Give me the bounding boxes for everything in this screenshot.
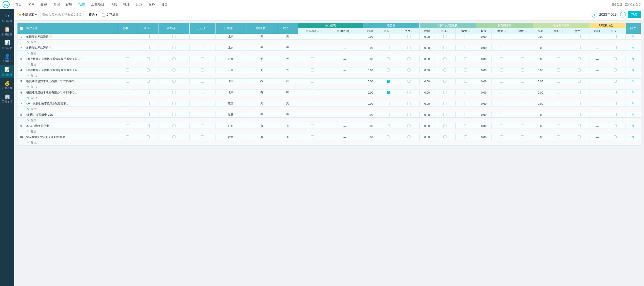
cell-difang-sb[interactable]: [548, 67, 569, 73]
cell-caibao-year[interactable]: [298, 134, 327, 140]
cell-confirm[interactable]: [159, 79, 189, 84]
search-field[interactable]: [41, 11, 84, 18]
cell-caibao-year[interactable]: [298, 45, 327, 51]
cell-chaoshui[interactable]: [117, 112, 138, 118]
cell-caibao-year[interactable]: [298, 56, 327, 62]
col-header-income[interactable]: 收入 ↑↓: [277, 23, 298, 34]
cell-confirm[interactable]: [159, 101, 189, 106]
fullscreen-btn[interactable]: 全屏: [612, 2, 622, 7]
cell-zengzhi-sb[interactable]: [378, 79, 399, 84]
col-chengshi-sb[interactable]: 申报 ↑↓: [435, 28, 455, 34]
cell-jiaoyu-sb[interactable]: [491, 34, 512, 40]
cell-zengzhi-sb[interactable]: [378, 67, 399, 73]
cell-jiaoyu-jf[interactable]: [512, 79, 533, 84]
cell-zengzhi-sb[interactable]: [378, 56, 399, 62]
cell-confirm[interactable]: [159, 45, 189, 51]
search-input[interactable]: [42, 13, 78, 16]
cell-chengshi-jf[interactable]: [455, 90, 476, 95]
cell-jiaoyu-sb[interactable]: [491, 79, 512, 84]
col-header-confirm[interactable]: 客户确认 ↑↓: [159, 23, 189, 34]
cell-zengzhi-jf[interactable]: [399, 45, 419, 51]
cell-chengshi-sb[interactable]: [435, 34, 455, 40]
cell-qingka[interactable]: [138, 34, 159, 40]
cell-chengshi-sb[interactable]: [435, 79, 455, 84]
cell-paidtax[interactable]: [189, 45, 215, 51]
cell-qingka[interactable]: [138, 90, 159, 95]
cell-chengshi-jf[interactable]: [455, 123, 476, 129]
cell-jiaoyu-jf[interactable]: [512, 123, 533, 129]
cell-caibao-year[interactable]: [298, 90, 327, 95]
cell-jiaoyu-jf[interactable]: [512, 134, 533, 140]
download-button[interactable]: 下载: [628, 11, 641, 18]
cell-chengshi-sb[interactable]: [435, 134, 455, 140]
cell-difang-jf[interactable]: [569, 56, 590, 62]
cell-jiaoyu-jf[interactable]: [512, 34, 533, 40]
cell-paidtax[interactable]: [189, 112, 215, 118]
cell-difang-jf[interactable]: [569, 134, 590, 140]
col-difang-sb[interactable]: 申报 ↑↓: [548, 28, 569, 34]
cell-difang-sb[interactable]: [548, 123, 569, 129]
cell-zengzhi-jf[interactable]: [399, 34, 419, 40]
edit-icon[interactable]: ✎: [632, 113, 635, 117]
cell-confirm[interactable]: [159, 34, 189, 40]
filter-button[interactable]: 筛选 ▾: [86, 11, 100, 18]
col-header-device[interactable]: 税控设备 ↑↓: [246, 23, 277, 34]
cell-yinshua-sb[interactable]: [605, 79, 626, 84]
cell-caibao-year[interactable]: [298, 67, 327, 73]
cell-confirm[interactable]: [159, 90, 189, 95]
cell-jiaoyu-sb[interactable]: [491, 123, 512, 129]
cell-jiaoyu-sb[interactable]: [491, 56, 512, 62]
prev-month-btn[interactable]: ‹: [592, 12, 597, 17]
cell-zengzhi-sb[interactable]: [378, 90, 399, 95]
cell-zengzhi-sb[interactable]: [378, 112, 399, 118]
cell-jiaoyu-jf[interactable]: [512, 56, 533, 62]
cell-yinshua-sb[interactable]: [605, 56, 626, 62]
cell-difang-sb[interactable]: [548, 112, 569, 118]
col-caibao-year[interactable]: 申报(年) ↑↓: [298, 28, 327, 34]
cell-qingka[interactable]: [138, 123, 159, 129]
cell-chengshi-jf[interactable]: [455, 101, 476, 106]
cell-confirm[interactable]: [159, 56, 189, 62]
cell-qingka[interactable]: [138, 67, 159, 73]
cell-action[interactable]: ✎: [626, 134, 641, 140]
cell-action[interactable]: ✎: [626, 101, 641, 106]
cell-chengshi-sb[interactable]: [435, 112, 455, 118]
edit-icon[interactable]: ✎: [632, 91, 635, 94]
nav-commerce[interactable]: 工商项目: [88, 0, 107, 9]
cell-yinshua-sb[interactable]: [605, 90, 626, 95]
edit-icon[interactable]: ✎: [632, 135, 635, 139]
nav-settings[interactable]: 设置: [158, 0, 171, 9]
sidebar-item-personal-tax[interactable]: 👤 个税申报: [0, 51, 14, 65]
cell-difang-jf[interactable]: [569, 123, 590, 129]
cell-chengshi-jf[interactable]: [455, 56, 476, 62]
my-table-checkbox-label[interactable]: 名下标表: [102, 13, 119, 17]
cell-difang-sb[interactable]: [548, 101, 569, 106]
cell-paidtax[interactable]: [189, 67, 215, 73]
cell-chaoshui[interactable]: [117, 123, 138, 129]
sidebar-item-tax-overview[interactable]: 📊 报税总览: [0, 38, 14, 51]
cell-qingka[interactable]: [138, 56, 159, 62]
cell-action[interactable]: ✎: [626, 67, 641, 73]
cell-qingka[interactable]: [138, 112, 159, 118]
my-table-checkbox[interactable]: [102, 13, 105, 16]
cell-qingka[interactable]: [138, 134, 159, 140]
cell-yinshua-sb[interactable]: [605, 67, 626, 73]
cell-action[interactable]: ✎: [626, 34, 641, 40]
edit-icon[interactable]: ✎: [632, 79, 635, 83]
cell-jiaoyu-sb[interactable]: [491, 90, 512, 95]
nav-messages[interactable]: 消息: [107, 0, 120, 9]
cell-zengzhi-jf[interactable]: [399, 67, 419, 73]
cell-caibao-year[interactable]: [298, 34, 327, 40]
col-zengzhi-jf[interactable]: 缴费 ↑↓: [399, 28, 419, 34]
sidebar-item-annual-settlement[interactable]: 💰 汇算清缴: [0, 78, 14, 92]
cell-difang-sb[interactable]: [548, 134, 569, 140]
cell-paidtax[interactable]: [189, 134, 215, 140]
cell-zengzhi-sb[interactable]: [378, 101, 399, 106]
col-caibao-month[interactable]: 申报(月/季) ↑↓: [327, 28, 363, 34]
cell-chaoshui[interactable]: [117, 101, 138, 106]
nav-customer[interactable]: 客户: [25, 0, 37, 9]
cell-paidtax[interactable]: [189, 34, 215, 40]
cell-jiaoyu-sb[interactable]: [491, 101, 512, 106]
cell-qingka[interactable]: [138, 101, 159, 106]
col-header-paidtax[interactable]: 已完税 ↑↓: [189, 23, 215, 34]
